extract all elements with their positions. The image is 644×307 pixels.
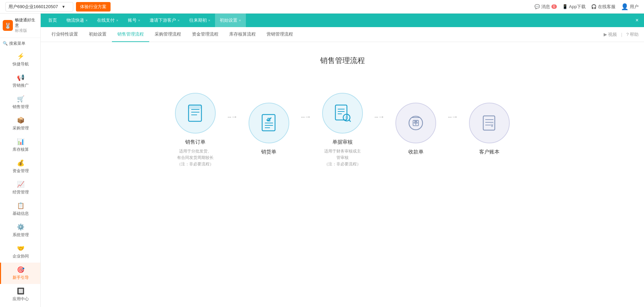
user-name-label: 用户 xyxy=(630,4,639,10)
avatar-icon: 👤 xyxy=(621,3,628,11)
sub-tab-purchase-flow[interactable]: 采购管理流程 xyxy=(149,27,187,42)
close-logistics-icon[interactable]: × xyxy=(85,18,87,22)
sidebar-item-label: 经营管理 xyxy=(13,189,29,195)
sidebar-item-basic[interactable]: 📋 基础信息 xyxy=(0,199,40,220)
help-label: 帮助 xyxy=(630,32,639,38)
nav-tab-initial[interactable]: 初始设置 × xyxy=(215,14,246,27)
close-account-icon[interactable]: × xyxy=(138,18,140,22)
sales-order-circle[interactable] xyxy=(175,93,216,134)
sidebar-item-quick-nav[interactable]: ⚡ 快捷导航 xyxy=(0,49,40,70)
top-header: 用户690企业1660120507 ▾ 体验行业方案 💬 消息 6 📱 App下… xyxy=(0,0,644,14)
sales-order-desc: 适用于分批发货、有合同发货周期较长（注：非必要流程） xyxy=(177,148,214,168)
close-payment-icon[interactable]: × xyxy=(116,18,118,22)
flow-diagram: 销售订单 适用于分批发货、有合同发货周期较长（注：非必要流程） ···→ xyxy=(47,86,637,175)
main-layout: 🐰 畅捷通好生意 标准版 🔍 搜索菜单 ⚡ 快捷导航 📢 营销推广 🛒 销售管理… xyxy=(0,14,644,307)
flow-step-customer-account: ¥ 客户账本 xyxy=(459,103,520,158)
sidebar-item-label: 营销推广 xyxy=(13,83,29,88)
sidebar-item-label: 系统管理 xyxy=(13,232,29,238)
sub-tab-sales-flow[interactable]: 销售管理流程 xyxy=(112,27,149,42)
appcenter-icon: 🔲 xyxy=(17,287,24,295)
sales-order-label: 销售订单 xyxy=(185,139,206,145)
system-icon: ⚙️ xyxy=(17,223,24,231)
sales-invoice-label: 销货单 xyxy=(261,149,276,155)
sidebar-item-purchase[interactable]: 📦 采购管理 xyxy=(0,113,40,135)
video-link[interactable]: ▶ 视频 xyxy=(604,32,617,38)
user-avatar-btn[interactable]: 👤 用户 xyxy=(621,3,639,11)
flow-arrow-1: ···→ xyxy=(227,113,237,121)
flow-arrow-3: ···→ xyxy=(374,113,384,121)
svg-rect-4 xyxy=(189,105,201,109)
logo-icon: 🐰 xyxy=(3,20,13,31)
audit-circle[interactable] xyxy=(322,93,363,134)
trial-btn[interactable]: 体验行业方案 xyxy=(76,2,111,12)
sidebar-item-label: 库存核算 xyxy=(13,147,29,152)
sub-tabs-right: ▶ 视频 | ? 帮助 xyxy=(604,32,639,38)
nav-tab-logistics-label: 物流快递 xyxy=(66,17,84,23)
nav-tab-payment[interactable]: 在线支付 × xyxy=(92,14,123,27)
sidebar-item-operation[interactable]: 📈 经营管理 xyxy=(0,177,40,199)
audit-label: 单据审核 xyxy=(332,139,353,145)
customer-account-circle[interactable]: ¥ xyxy=(469,103,510,143)
sidebar: 🐰 畅捷通好生意 标准版 🔍 搜索菜单 ⚡ 快捷导航 📢 营销推广 🛒 销售管理… xyxy=(0,14,41,307)
search-label: 搜索菜单 xyxy=(9,41,25,46)
sidebar-item-label: 企业协同 xyxy=(13,253,29,259)
nav-tab-payment-label: 在线支付 xyxy=(97,17,115,23)
receipt-circle[interactable]: ¥ xyxy=(395,103,436,143)
basic-icon: 📋 xyxy=(17,202,24,209)
sidebar-item-appcenter[interactable]: 🔲 应用中心 xyxy=(0,284,40,305)
sidebar-item-collab[interactable]: 🤝 企业协同 xyxy=(0,241,40,263)
sidebar-item-weixin[interactable]: 💬 企业微信 xyxy=(0,305,40,307)
message-btn[interactable]: 💬 消息 6 xyxy=(534,4,557,10)
sales-invoice-circle[interactable] xyxy=(249,103,289,143)
flow-arrow-4: ···→ xyxy=(448,113,457,121)
message-icon: 💬 xyxy=(534,4,540,9)
sidebar-search[interactable]: 🔍 搜索菜单 xyxy=(0,38,40,49)
help-link[interactable]: ? 帮助 xyxy=(626,32,639,38)
nav-tab-home-label: 首页 xyxy=(48,17,57,23)
sub-tab-inventory-flow[interactable]: 库存核算流程 xyxy=(224,27,261,42)
nav-tab-initial-label: 初始设置 xyxy=(220,17,237,23)
customer-account-label: 客户账本 xyxy=(479,149,500,155)
nav-tab-home[interactable]: 首页 xyxy=(43,14,62,27)
marketing-icon: 📢 xyxy=(17,74,24,81)
sidebar-item-finance[interactable]: 💰 资金管理 xyxy=(0,156,40,177)
sub-tab-finance-flow[interactable]: 资金管理流程 xyxy=(187,27,224,42)
sales-icon: 🛒 xyxy=(17,95,24,103)
svg-text:¥: ¥ xyxy=(490,123,493,128)
close-initial-icon[interactable]: × xyxy=(239,18,241,22)
close-invite-icon[interactable]: × xyxy=(177,18,179,22)
sidebar-item-label: 采购管理 xyxy=(13,125,29,131)
sub-tab-marketing-flow[interactable]: 营销管理流程 xyxy=(261,27,298,42)
user-selector[interactable]: 用户690企业1660120507 ▾ xyxy=(5,2,73,12)
sub-tab-initial[interactable]: 初始设置 xyxy=(83,27,112,42)
chevron-down-icon: ▾ xyxy=(62,4,65,9)
sub-tabs: 行业特性设置 初始设置 销售管理流程 采购管理流程 资金管理流程 库存核算流程 xyxy=(41,27,644,42)
nav-tab-logistics[interactable]: 物流快递 × xyxy=(62,14,92,27)
nav-tab-invite[interactable]: 邀请下游客户 × xyxy=(145,14,184,27)
sidebar-item-marketing[interactable]: 📢 营销推广 xyxy=(0,70,40,92)
app-download-label: App下载 xyxy=(569,4,586,10)
online-service-btn[interactable]: 🎧 在线客服 xyxy=(591,4,616,10)
nav-tab-account[interactable]: 账号 × xyxy=(123,14,145,27)
nav-tab-invite-label: 邀请下游客户 xyxy=(150,17,176,23)
collab-icon: 🤝 xyxy=(17,245,24,252)
finance-icon: 💰 xyxy=(17,159,24,167)
sidebar-item-label: 快捷导航 xyxy=(13,61,29,67)
svg-point-15 xyxy=(345,116,348,119)
sidebar-item-newbie[interactable]: 🎯 新手引导 xyxy=(0,263,40,284)
sidebar-item-sales[interactable]: 🛒 销售管理 xyxy=(0,92,40,113)
audit-desc: 适用于财务审核或主管审核（注：非必要流程） xyxy=(324,148,361,168)
online-service-label: 在线客服 xyxy=(598,4,616,10)
sidebar-item-inventory[interactable]: 📊 库存核算 xyxy=(0,135,40,156)
sidebar-item-label: 新手引导 xyxy=(13,275,29,281)
close-all-tabs-btn[interactable]: × xyxy=(633,17,641,23)
sidebar-item-system[interactable]: ⚙️ 系统管理 xyxy=(0,220,40,241)
logo-text: 畅捷通好生意 标准版 xyxy=(15,18,38,34)
nav-tab-history[interactable]: 往来期初 × xyxy=(184,14,215,27)
nav-tab-history-label: 往来期初 xyxy=(189,17,207,23)
app-download-btn[interactable]: 📱 App下载 xyxy=(562,4,586,10)
close-history-icon[interactable]: × xyxy=(208,18,210,22)
purchase-icon: 📦 xyxy=(17,117,24,124)
sub-tab-industry[interactable]: 行业特性设置 xyxy=(46,27,83,42)
video-label: 视频 xyxy=(608,32,617,38)
